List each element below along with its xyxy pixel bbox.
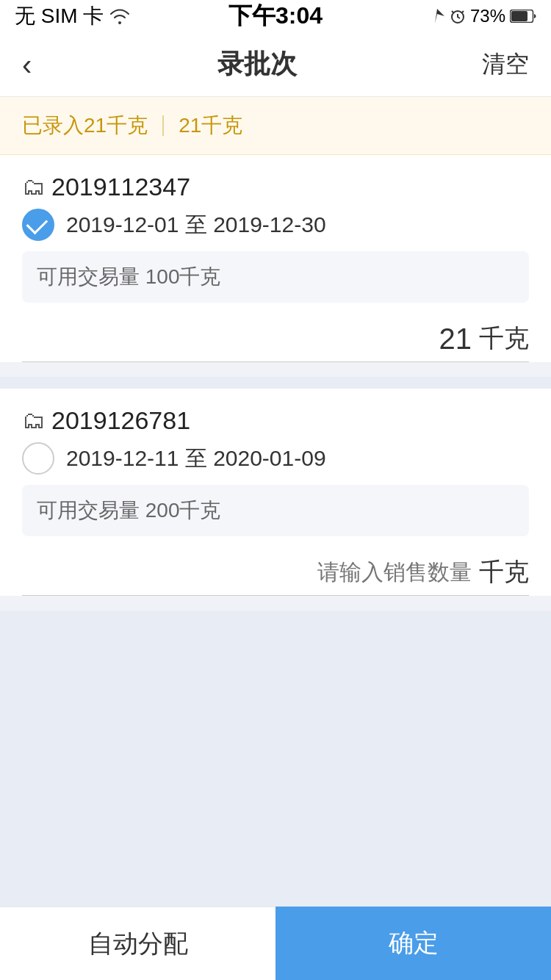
wifi-icon [109,8,130,24]
bottom-space [0,622,551,916]
batch-id-text-2: 2019126781 [51,406,190,435]
carrier-text: 无 SIM 卡 [15,2,104,30]
location-icon [429,8,445,24]
section-separator-1 [0,377,551,389]
status-left: 无 SIM 卡 [15,2,130,30]
summary-divider [162,115,164,136]
batch-id-text-1: 2019112347 [51,173,190,201]
status-right: 73% [429,6,536,26]
summary-banner: 已录入21千克 21千克 [0,97,551,155]
alarm-icon [450,8,466,24]
confirm-button[interactable]: 确定 [276,907,551,980]
available-qty-2: 可用交易量 200千克 [22,485,529,536]
footer: 自动分配 确定 [0,907,551,980]
radio-1[interactable] [22,209,54,241]
input-underline-1 [22,361,529,362]
nav-bar: ‹ 录批次 清空 [0,32,551,97]
qty-input-row-2: 千克 [0,548,551,589]
available-qty-1: 可用交易量 100千克 [22,251,529,303]
batch-date-row-1[interactable]: 2019-12-01 至 2019-12-30 [22,209,529,241]
batch-id-row-1: 🗂 2019112347 [22,173,529,201]
qty-input-2[interactable] [266,560,472,585]
svg-rect-2 [511,11,527,21]
page-title: 录批次 [217,46,297,82]
qty-unit-1: 千克 [479,322,529,356]
batch-item-1-inner: 🗂 2019112347 2019-12-01 至 2019-12-30 可用交… [0,155,551,303]
input-underline-2 [22,595,529,596]
section-separator-2 [0,610,551,622]
batch-date-row-2[interactable]: 2019-12-11 至 2020-01-09 [22,442,529,475]
batch-date-1: 2019-12-01 至 2019-12-30 [66,210,326,240]
back-button[interactable]: ‹ [22,50,32,79]
battery-icon [510,10,536,23]
battery-text: 73% [470,6,505,26]
page-content: 已录入21千克 21千克 🗂 2019112347 2019-12-01 至 2… [0,97,551,980]
qty-unit-2: 千克 [479,555,529,589]
batch-id-icon-2: 🗂 [22,407,46,434]
auto-distribute-label: 自动分配 [88,927,188,961]
summary-label: 已录入21千克 [22,112,148,140]
confirm-label: 确定 [389,926,439,960]
clear-button[interactable]: 清空 [482,48,529,81]
batch-date-2: 2019-12-11 至 2020-01-09 [66,444,326,474]
status-time: 下午3:04 [228,0,323,32]
auto-distribute-button[interactable]: 自动分配 [0,907,276,980]
qty-input-1[interactable] [383,323,472,356]
qty-input-row-1: 千克 [0,314,551,356]
batch-item-2: 🗂 2019126781 2019-12-11 至 2020-01-09 可用交… [0,389,551,596]
batch-id-icon-1: 🗂 [22,173,46,201]
status-bar: 无 SIM 卡 下午3:04 73% [0,0,551,32]
batch-item-1: 🗂 2019112347 2019-12-01 至 2019-12-30 可用交… [0,155,551,362]
radio-2[interactable] [22,442,54,475]
batch-id-row-2: 🗂 2019126781 [22,406,529,435]
summary-value: 21千克 [179,112,242,140]
batch-item-2-inner: 🗂 2019126781 2019-12-11 至 2020-01-09 可用交… [0,389,551,536]
